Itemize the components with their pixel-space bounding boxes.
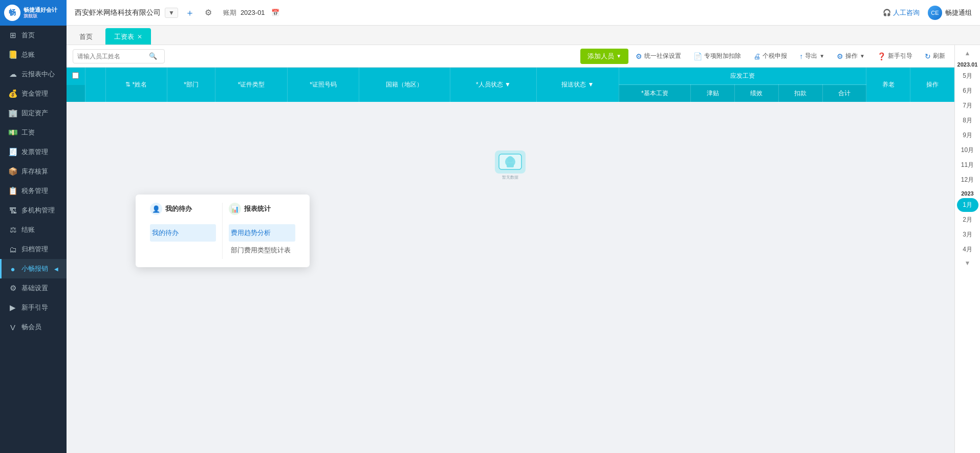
cal-month-8-label: 8月 bbox=[963, 117, 972, 124]
sidebar-item-home[interactable]: ⊞ 首页 bbox=[0, 26, 67, 45]
th-ops: 操作 bbox=[910, 68, 954, 102]
cal-month-11[interactable]: 11月 bbox=[957, 158, 978, 172]
sidebar-item-fixed-assets[interactable]: 🏢 固定资产 bbox=[0, 103, 67, 123]
cal-month-5-label: 5月 bbox=[963, 72, 972, 79]
cal-nav-up[interactable]: ▲ bbox=[962, 47, 974, 59]
toolbar-actions: ⚙ 统一社保设置 📄 专项附加扣除 🖨 个税申报 ↑ 导出 ▼ bbox=[633, 50, 948, 62]
cal-month-12[interactable]: 12月 bbox=[957, 173, 978, 187]
sidebar-item-label: 畅会员 bbox=[21, 322, 41, 332]
cal-month-8[interactable]: 8月 bbox=[957, 114, 978, 127]
tax-report-icon: 🖨 bbox=[753, 52, 760, 60]
special-deduct-btn[interactable]: 📄 专项附加扣除 bbox=[690, 50, 744, 62]
company-dropdown-btn[interactable]: ▼ bbox=[165, 8, 178, 18]
popup-item-dept-cost[interactable]: 部门费用类型统计表 bbox=[229, 242, 295, 259]
cal-month-6[interactable]: 6月 bbox=[957, 84, 978, 98]
new-guide-icon: ❓ bbox=[877, 52, 886, 60]
sidebar-item-basic[interactable]: ⚙ 基础设置 bbox=[0, 278, 67, 298]
cloud-icon: ☁ bbox=[8, 70, 17, 79]
calendar-icon[interactable]: 📅 bbox=[271, 9, 279, 16]
popup-item-my-todo[interactable]: 我的待办 bbox=[150, 224, 216, 242]
new-guide-btn[interactable]: ❓ 新手引导 bbox=[874, 50, 916, 62]
cal-month-2[interactable]: 2月 bbox=[957, 213, 978, 227]
th-name[interactable]: ⇅ *姓名 bbox=[105, 68, 167, 102]
sidebar-item-inventory[interactable]: 📦 库存核算 bbox=[0, 162, 67, 181]
basic-icon: ⚙ bbox=[8, 284, 17, 293]
search-icon[interactable]: 🔍 bbox=[149, 52, 157, 60]
popup-todo-label: 我的待办 bbox=[165, 204, 192, 213]
popup-item-my-todo-label: 我的待办 bbox=[152, 229, 179, 236]
operations-icon: ⚙ bbox=[837, 52, 843, 60]
tax-icon: 📋 bbox=[8, 186, 17, 196]
sidebar-item-xiaochang[interactable]: ● 小畅报销 ◀ bbox=[0, 259, 67, 278]
sidebar-item-salary[interactable]: 💵 工资 bbox=[0, 123, 67, 142]
sidebar-item-label: 结账 bbox=[21, 225, 35, 234]
export-btn[interactable]: ↑ 导出 ▼ bbox=[796, 50, 827, 62]
th-subsidy: 津贴 bbox=[691, 85, 735, 102]
select-all-checkbox[interactable] bbox=[72, 72, 79, 79]
th-checkbox[interactable] bbox=[67, 68, 85, 85]
sidebar-item-member[interactable]: V 畅会员 bbox=[0, 317, 67, 337]
cal-month-9[interactable]: 9月 bbox=[957, 128, 978, 142]
th-person-status[interactable]: *人员状态 ▼ bbox=[450, 68, 536, 102]
search-box[interactable]: 🔍 bbox=[73, 49, 165, 63]
sidebar-item-tax[interactable]: 📋 税务管理 bbox=[0, 181, 67, 201]
sidebar-item-label: 库存核算 bbox=[21, 167, 48, 176]
export-icon: ↑ bbox=[799, 52, 803, 60]
cal-month-11-label: 11月 bbox=[961, 161, 974, 168]
add-person-arrow-icon: ▼ bbox=[616, 53, 621, 59]
popup-report-icon: 📊 bbox=[229, 203, 241, 215]
tab-salary[interactable]: 工资表 ✕ bbox=[105, 28, 151, 45]
multi-org-icon: 🏗 bbox=[8, 206, 17, 215]
operations-arrow-icon: ▼ bbox=[860, 53, 865, 59]
topbar-right: 🎧 人工咨询 CE 畅捷通组 bbox=[883, 6, 972, 20]
service-btn[interactable]: 🎧 人工咨询 bbox=[883, 8, 920, 17]
sidebar-item-label: 多机构管理 bbox=[21, 206, 55, 215]
sidebar-item-invoice[interactable]: 🧾 发票管理 bbox=[0, 142, 67, 162]
tab-home-label: 首页 bbox=[79, 32, 93, 41]
cal-month-4[interactable]: 4月 bbox=[957, 243, 978, 256]
tab-close-icon[interactable]: ✕ bbox=[137, 33, 142, 40]
sidebar-item-balance[interactable]: ⚖ 结账 bbox=[0, 220, 67, 240]
tab-salary-label: 工资表 bbox=[114, 32, 134, 41]
th-pension: 养老 bbox=[866, 68, 910, 102]
social-insurance-icon: ⚙ bbox=[636, 52, 642, 60]
add-person-btn[interactable]: 添加人员 ▼ bbox=[580, 49, 628, 64]
add-company-btn[interactable]: ＋ bbox=[182, 7, 198, 19]
sidebar-item-label: 归档管理 bbox=[21, 245, 48, 254]
sidebar-item-cloud-report[interactable]: ☁ 云报表中心 bbox=[0, 64, 67, 84]
cal-month-5[interactable]: 5月 bbox=[957, 69, 978, 83]
social-insurance-btn[interactable]: ⚙ 统一社保设置 bbox=[633, 50, 684, 62]
tax-report-btn[interactable]: 🖨 个税申报 bbox=[750, 50, 790, 62]
refresh-btn[interactable]: ↻ 刷新 bbox=[922, 50, 948, 62]
cal-month-10-label: 10月 bbox=[961, 146, 974, 154]
th-submit-status[interactable]: 报送状态 ▼ bbox=[537, 68, 619, 102]
user-menu-btn[interactable]: CE 畅捷通组 bbox=[928, 6, 972, 20]
archive-icon: 🗂 bbox=[8, 245, 17, 254]
tab-home[interactable]: 首页 bbox=[71, 28, 101, 45]
cal-nav-down[interactable]: ▼ bbox=[962, 257, 974, 269]
popup-col-report: 📊 报表统计 费用趋势分析 部门费用类型统计表 bbox=[223, 203, 301, 259]
sidebar-item-label: 固定资产 bbox=[21, 109, 48, 118]
cal-month-1-active[interactable]: 1月 bbox=[957, 198, 978, 212]
export-label: 导出 bbox=[805, 52, 817, 60]
popup-item-cost-trend[interactable]: 费用趋势分析 bbox=[229, 224, 295, 242]
cal-month-10[interactable]: 10月 bbox=[957, 143, 978, 157]
sidebar-item-multi-org[interactable]: 🏗 多机构管理 bbox=[0, 201, 67, 220]
operations-btn[interactable]: ⚙ 操作 ▼ bbox=[834, 50, 868, 62]
th-id-num: *证照号码 bbox=[287, 68, 359, 102]
sidebar-item-archive[interactable]: 🗂 归档管理 bbox=[0, 240, 67, 259]
cal-month-3[interactable]: 3月 bbox=[957, 228, 978, 242]
home-icon: ⊞ bbox=[8, 31, 17, 40]
popup-menu: 👤 我的待办 我的待办 📊 报表统计 费用趋势分析 部门费用类型统计表 bbox=[136, 195, 310, 267]
sidebar-item-fund[interactable]: 💰 资金管理 bbox=[0, 84, 67, 103]
popup-todo-icon: 👤 bbox=[150, 203, 162, 215]
sidebar-item-ledger[interactable]: 📒 总账 bbox=[0, 45, 67, 64]
cal-month-1-label: 1月 bbox=[963, 201, 972, 208]
cal-month-7[interactable]: 7月 bbox=[957, 99, 978, 113]
app-subtitle: 旗舰版 bbox=[24, 13, 57, 19]
toolbar: 🔍 添加人员 ▼ ⚙ 统一社保设置 📄 专项附加扣除 bbox=[67, 45, 954, 68]
sidebar-item-guide[interactable]: ▶ 新手引导 bbox=[0, 298, 67, 317]
search-input[interactable] bbox=[77, 53, 149, 60]
topbar-settings-btn[interactable]: ⚙ bbox=[202, 8, 215, 17]
fixed-assets-icon: 🏢 bbox=[8, 109, 17, 118]
